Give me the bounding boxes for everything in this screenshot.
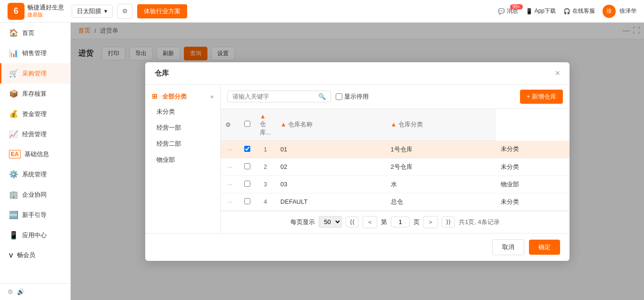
trial-button[interactable]: 体验行业方案 xyxy=(137,4,187,18)
row-gear[interactable]: ··· xyxy=(221,141,239,158)
sidebar-item-member[interactable]: V 畅会员 xyxy=(0,245,70,265)
finance-icon: 💰 xyxy=(9,109,18,118)
settings-icon[interactable]: ⚙ xyxy=(117,4,132,19)
messages-button[interactable]: 💬 消息 99+ xyxy=(498,7,518,15)
page-unit: 页 xyxy=(413,218,420,226)
modal-close-button[interactable]: × xyxy=(555,69,560,77)
row-category: 未分类 xyxy=(496,193,570,210)
row-gear[interactable]: ··· xyxy=(221,193,239,210)
row-gear[interactable]: ··· xyxy=(221,175,239,193)
sidebar-label-apps: 应用中心 xyxy=(22,231,47,240)
col-name-label: 仓库名称 xyxy=(288,121,313,128)
sort-icon-name: ▲ xyxy=(281,121,287,128)
guide-icon: 🆕 xyxy=(9,210,18,219)
table-row[interactable]: ··· 2 02 2号仓库 未分类 xyxy=(221,158,570,175)
show-disabled-label: 显示停用 xyxy=(344,92,369,101)
sort-icon: ▲ xyxy=(260,113,266,120)
sidebar-item-sales[interactable]: 📊 销售管理 xyxy=(0,43,70,63)
row-no: 03 xyxy=(276,175,386,193)
page-size-select[interactable]: 50 xyxy=(319,216,342,228)
confirm-button[interactable]: 确定 xyxy=(529,240,560,255)
table-panel: 🔍 显示停用 + 新增仓库 xyxy=(221,85,570,233)
row-checkbox-cell[interactable] xyxy=(239,141,255,158)
cancel-button[interactable]: 取消 xyxy=(492,239,524,255)
sidebar-item-guide[interactable]: 🆕 新手引导 xyxy=(0,205,70,225)
sidebar-item-apps[interactable]: 📱 应用中心 xyxy=(0,225,70,245)
sidebar-item-operation[interactable]: 📈 经营管理 xyxy=(0,124,70,144)
warehouse-table: ⚙ ▲ 仓库... xyxy=(221,109,570,211)
collapse-icon[interactable]: « xyxy=(210,93,214,100)
sidebar-item-home[interactable]: 🏠 首页 xyxy=(0,23,70,43)
per-page-label: 每页显示 xyxy=(290,218,315,226)
table-row[interactable]: ··· 4 DEFAULT 总仓 未分类 xyxy=(221,193,570,210)
online-service-label: 在线客服 xyxy=(572,7,595,15)
row-checkbox-cell[interactable] xyxy=(239,193,255,210)
app-edition: 捷易版 xyxy=(27,11,64,18)
enterprise-icon: 🏢 xyxy=(9,190,18,199)
search-input[interactable] xyxy=(232,93,318,100)
category-item-ops1[interactable]: 经营一部 xyxy=(145,120,220,136)
company-selector[interactable]: 日太阳膜 ▾ xyxy=(72,5,113,18)
row-checkbox-cell[interactable] xyxy=(239,158,255,175)
table-row[interactable]: ··· 3 03 水 物业部 xyxy=(221,175,570,193)
sidebar-item-inventory[interactable]: 📦 库存核算 xyxy=(0,83,70,104)
row-no: DEFAULT xyxy=(276,193,386,210)
app-download-label: App下载 xyxy=(535,7,556,15)
category-panel: ⊞ 全部分类 « 未分类 经营一部 经营二部 物业部 xyxy=(145,85,221,233)
home-icon: 🏠 xyxy=(9,28,18,37)
first-page-button[interactable]: ⟨⟨ xyxy=(346,217,359,227)
sales-icon: 📊 xyxy=(9,49,18,58)
last-page-button[interactable]: ⟩⟩ xyxy=(442,217,455,227)
avatar: 徐 xyxy=(603,5,616,18)
sidebar-item-enterprise[interactable]: 🏢 企业协同 xyxy=(0,184,70,205)
prev-page-button[interactable]: ＜ xyxy=(363,216,377,228)
table-header-row: ⚙ ▲ 仓库... xyxy=(221,109,570,141)
col-category-label: 仓库分类 xyxy=(398,121,423,128)
system-icon: ⚙️ xyxy=(9,170,18,179)
message-icon: 💬 xyxy=(498,8,505,15)
sidebar-item-system[interactable]: ⚙️ 系统管理 xyxy=(0,164,70,184)
add-warehouse-button[interactable]: + 新增仓库 xyxy=(520,90,563,104)
user-profile-button[interactable]: 徐 徐泽华 xyxy=(603,5,636,18)
row-category: 物业部 xyxy=(496,175,570,193)
pagination: 每页显示 50 ⟨⟨ ＜ 第 页 ＞ ⟩⟩ 共1页, 4条记录 xyxy=(221,211,570,233)
row-checkbox[interactable] xyxy=(244,163,250,169)
next-page-button[interactable]: ＞ xyxy=(423,216,438,228)
sidebar-label-purchase: 采购管理 xyxy=(22,69,47,78)
table-row[interactable]: ··· 1 01 1号仓库 未分类 xyxy=(221,141,570,158)
grid-icon: ⊞ xyxy=(152,92,157,100)
company-name: 日太阳膜 xyxy=(77,7,101,16)
all-category-header[interactable]: ⊞ 全部分类 « xyxy=(145,90,220,104)
col-settings-header[interactable]: ⚙ xyxy=(221,109,239,141)
row-checkbox[interactable] xyxy=(244,198,250,204)
category-item-uncat[interactable]: 未分类 xyxy=(145,104,220,120)
app-logo: 6 畅捷通好生意 捷易版 xyxy=(8,3,64,20)
topbar-right: 💬 消息 99+ 📱 App下载 🎧 在线客服 徐 徐泽华 xyxy=(498,5,636,18)
sidebar-label-inventory: 库存核算 xyxy=(22,90,47,98)
sidebar-item-purchase[interactable]: 🛒 采购管理 xyxy=(0,63,70,83)
app-download-button[interactable]: 📱 App下载 xyxy=(526,7,556,15)
row-checkbox-cell[interactable] xyxy=(239,175,255,193)
volume-icon: 🔊 xyxy=(17,288,25,295)
page-input[interactable] xyxy=(391,217,410,227)
row-checkbox[interactable] xyxy=(244,146,250,152)
col-checkbox-header[interactable] xyxy=(239,109,255,141)
warehouse-modal: 仓库 × ⊞ 全部分类 « 未分类 xyxy=(145,62,570,261)
sidebar-item-finance[interactable]: 💰 资金管理 xyxy=(0,104,70,124)
show-disabled-checkbox[interactable] xyxy=(336,93,342,100)
sidebar-item-basic[interactable]: EA 基础信息 xyxy=(0,144,70,164)
online-service-button[interactable]: 🎧 在线客服 xyxy=(563,7,595,15)
download-icon: 📱 xyxy=(526,8,533,15)
category-item-ops2[interactable]: 经营二部 xyxy=(145,136,220,152)
sidebar-bottom[interactable]: ⚙ 🔊 xyxy=(0,283,70,300)
table-wrap: ⚙ ▲ 仓库... xyxy=(221,109,570,211)
row-category: 未分类 xyxy=(496,158,570,175)
row-gear[interactable]: ··· xyxy=(221,158,239,175)
category-item-property[interactable]: 物业部 xyxy=(145,152,220,168)
row-checkbox[interactable] xyxy=(244,181,250,187)
sidebar-label-member: 畅会员 xyxy=(17,251,35,259)
sidebar-label-basic: 基础信息 xyxy=(25,150,49,158)
sidebar: 🏠 首页 📊 销售管理 🛒 采购管理 📦 库存核算 💰 资金管理 📈 经营管理 … xyxy=(0,23,71,300)
select-all-checkbox[interactable] xyxy=(244,121,250,127)
chevron-down-icon: ▾ xyxy=(104,8,107,15)
